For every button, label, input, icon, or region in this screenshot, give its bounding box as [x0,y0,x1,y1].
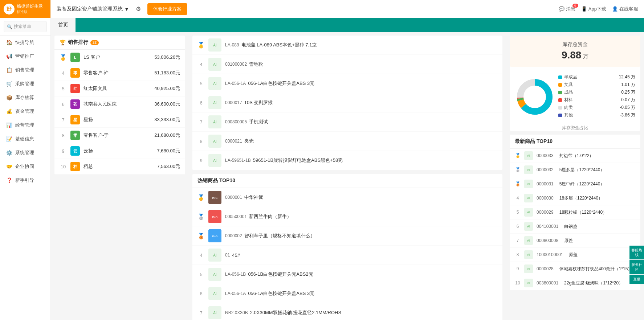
legend-item-2: 成品 0.25 万 [558,89,635,95]
product-info-top-5: 000800005 手机测试 [225,119,497,125]
basic-info-icon: 📝 [6,136,12,142]
sidebar-item-enterprise[interactable]: 🤝 企业协同 [0,160,50,173]
sidebar-item-label: 企业协同 [15,163,34,170]
product-info-top-4: 0000017 10S 变刹罗猴 [225,99,497,106]
rank-avatar-6: 零 [70,131,80,140]
rank-num-3: 5 [60,86,67,91]
search-menu-button[interactable]: 🔍 搜索菜单 [4,21,47,32]
medal-top-1-icon: 🥇 [197,42,205,49]
rank-amount-7: 7,680.00元 [157,148,180,154]
product-thumb-bottom-1: IMG [208,191,221,204]
newest-code-10: 003800001 [537,280,558,286]
legend-value-2: 0.25 万 [621,89,635,95]
product-code-top-5: 000800005 [225,119,247,124]
product-info-bottom-3: 0000002 智利车子里（规格不知道填什么） [225,233,497,239]
float-btn-community[interactable]: 服务社区 [629,260,644,274]
rank-item-2: 4 零 零售客户-许 51,183.00元 [54,65,185,81]
dropdown-arrow-icon: ▼ [124,6,129,12]
enterprise-icon: 🤝 [6,163,12,170]
float-btn-service[interactable]: 客服热线 [629,246,644,259]
inventory-total-unit: 万 [583,53,588,60]
newest-name-3: 5厘中纤（1220*2440） [559,181,605,187]
newest-code-1: 0000033 [537,153,554,158]
hot-products-bottom-list: 🥇 IMG 0000001 中华神篱 🥈 IMG [192,188,502,320]
newest-medal-1: 🥇 [515,153,521,158]
legend-value-5: -3.86 万 [620,112,635,118]
sidebar-item-quick-nav[interactable]: 🏠 快捷导航 [0,36,50,49]
legend-value-4: -0.05 万 [620,104,635,111]
sidebar-item-label: 营销推广 [15,53,34,60]
rank-num-top-7: 9 [197,158,205,163]
hot-bottom-5: 5 AI LA-056-1B 056-1B白色按键开关壳ABS2壳 [192,265,502,284]
svg-text:IMG: IMG [212,196,217,200]
newest-name-9: 体城嘉枝味苏打饮品400毫升（1*15） [559,266,632,272]
newest-name-6: 白钢垫 [564,223,577,230]
float-btn-live[interactable]: 直播 [629,275,644,284]
sales-ranking-header: 🏆 销售排行 22 [54,36,185,50]
system-title-dropdown[interactable]: 装备及固定资产辅助管理系统 ▼ [57,6,129,12]
medal-bottom-3-icon: 🥉 [197,233,205,239]
sidebar-item-sales[interactable]: 📋 销售管理 [0,63,50,77]
product-name-bottom-6: 056-1A白色按键开关盖ABS 3壳 [248,290,314,297]
product-thumb-bottom-6: AI [208,287,221,300]
sidebar-item-system[interactable]: ⚙️ 系统管理 [0,146,50,160]
home-icon: 🏠 [6,39,12,46]
hot-product-top-5: 7 AI 000800005 手机测试 [192,112,502,132]
sidebar-item-purchase[interactable]: 🛒 采购管理 [0,77,50,91]
newest-rank-5: 5 [515,210,521,215]
sidebar-item-label: 基础信息 [15,136,34,142]
hot-products-top-card: 🥇 AI LA-089 电池盖 LA-089 ABS本色+黑种 7.1克 4 A… [192,36,502,170]
sales-ranking-badge: 22 [90,40,99,45]
tab-home-label: 首页 [58,22,68,28]
sidebar-item-label: 采购管理 [15,81,34,87]
rank-num-bottom-4: 4 [197,253,205,258]
sidebar-item-guide[interactable]: ❓ 新手引导 [0,173,50,187]
inventory-icon: 📦 [6,94,12,101]
settings-button[interactable]: ⚙ [133,4,144,15]
product-thumb-top-1: AI [208,38,221,52]
sidebar-item-label: 销售管理 [15,67,34,73]
trial-button[interactable]: 体验行业方案 [147,3,187,15]
product-name-bottom-1: 中华神篱 [244,194,263,201]
donut-chart [515,77,555,117]
marketing-icon: 📢 [6,53,12,60]
product-code-top-2: 001000002 [225,62,247,67]
product-thumb-top-6: AI [208,135,221,148]
newest-name-10: 22g鱼豆腐·烧烤味（1*12*20） [564,280,623,286]
rank-num-top-2: 4 [197,62,205,67]
purchase-icon: 🛒 [6,81,12,87]
legend-value-3: 0.07 万 [621,97,635,103]
newest-name-4: 18多层（1220*2440） [559,195,603,201]
hot-bottom-3: 🥉 IMG 0000002 智利车子里（规格不知道填什么） [192,226,502,246]
newest-rank-10: 10 [515,280,521,286]
donut-legend: 半成品 12.45 万 文具 1.01 万 成品 0.25 万 [558,74,635,120]
right-column: 库存总资金 9.88 万 [506,32,644,320]
app-download-button[interactable]: 📱 App下载 [581,6,606,12]
product-name-top-2: 雪地靴 [249,61,263,67]
product-code-bottom-1: 0000001 [225,195,242,200]
notification-button[interactable]: 💬 消息 6 [559,6,575,12]
rank-item-7: 9 云 云扬 7,680.00元 [54,143,185,159]
product-thumb-top-5: AI [208,115,221,128]
product-code-bottom-7: NB2.0X30B [225,310,248,315]
rank-avatar-7: 云 [70,146,80,156]
newest-code-8: 10000100001 [537,252,563,257]
rank-name-8: 档总 [83,163,153,170]
legend-dot-3 [558,98,562,102]
product-info-top-6: 0000021 夹壳 [225,138,497,144]
sidebar-item-inventory[interactable]: 📦 库存核算 [0,91,50,104]
product-thumb-bottom-3: IMG [208,229,221,242]
rank-avatar-3: 红 [70,84,80,93]
sidebar-item-finance[interactable]: 💰 资金管理 [0,104,50,118]
sidebar-item-operations[interactable]: 📊 经营管理 [0,118,50,132]
online-service-button[interactable]: 👤 在线客服 [612,6,638,12]
hot-bottom-4: 4 AI 01 45# [192,246,502,265]
medal-bottom-1-icon: 🥇 [197,194,205,201]
sidebar-item-basic-info[interactable]: 📝 基础信息 [0,132,50,146]
tab-home[interactable]: 首页 [51,18,76,32]
sidebar-item-marketing[interactable]: 📢 营销推广 [0,49,50,63]
svg-text:IMG: IMG [212,216,217,219]
legend-name-0: 半成品 [564,74,617,80]
rank-item-4: 6 苍 苍南县人民医院 36,600.00元 [54,97,185,112]
newest-code-3: 0000031 [537,181,554,186]
